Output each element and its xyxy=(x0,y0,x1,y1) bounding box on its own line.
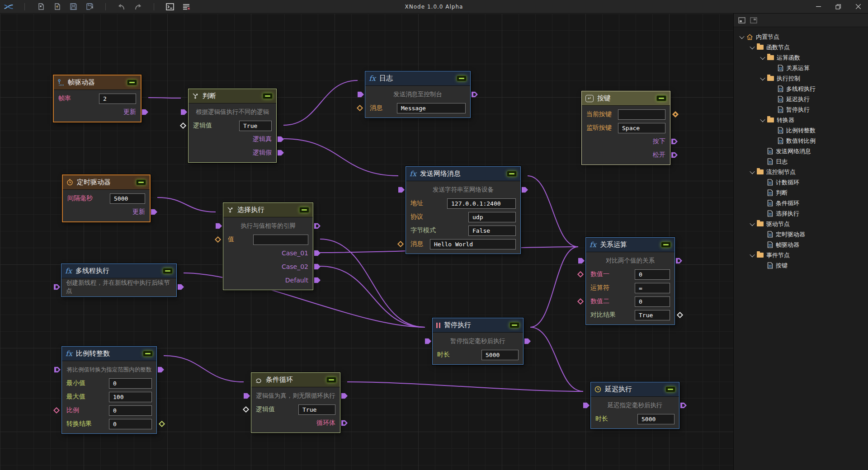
node-header[interactable]: ↵ 按键 xyxy=(582,91,670,106)
chevron-down-icon[interactable] xyxy=(750,252,755,257)
exec-in-port[interactable] xyxy=(244,393,250,399)
value-input[interactable] xyxy=(253,235,308,245)
exec-out-port[interactable] xyxy=(178,284,184,290)
exec-in-port[interactable] xyxy=(54,367,61,373)
tree-item-folder[interactable]: 流控制节点 xyxy=(734,167,868,177)
tree-item-node[interactable]: 条件循环 xyxy=(734,198,868,208)
number-in-port[interactable] xyxy=(577,298,584,305)
tree-item-node[interactable]: 帧驱动器 xyxy=(734,240,868,250)
result-output[interactable]: 0 xyxy=(109,419,152,429)
open-file-button[interactable] xyxy=(52,2,62,12)
node-header[interactable]: fx 关系运算 xyxy=(586,238,675,252)
message-input[interactable]: Message xyxy=(397,103,466,113)
exec-in-port[interactable] xyxy=(578,258,585,264)
tree-item-node[interactable]: 判断 xyxy=(734,188,868,198)
exec-out-true-port[interactable] xyxy=(278,136,284,142)
exec-out-port[interactable] xyxy=(522,187,528,193)
exec-out-case2-port[interactable] xyxy=(314,264,321,270)
node-header[interactable]: 定时驱动器 xyxy=(63,175,150,190)
console-button[interactable] xyxy=(165,2,175,12)
duration-input[interactable]: 5000 xyxy=(637,414,675,424)
save-button[interactable] xyxy=(68,2,78,12)
tree-item-folder[interactable]: 函数节点 xyxy=(734,42,868,52)
value-in-port[interactable] xyxy=(215,236,221,243)
bool-in-port[interactable] xyxy=(243,406,249,413)
string-in-port[interactable] xyxy=(357,105,363,111)
node-header[interactable]: fx 比例转整数 xyxy=(62,347,156,361)
node-header[interactable]: fx 发送网络消息 xyxy=(406,167,520,181)
collapse-button[interactable] xyxy=(263,93,273,99)
tree-item-node[interactable]: 定时驱动器 xyxy=(734,229,868,240)
exec-in-port[interactable] xyxy=(398,187,405,193)
current-key-input[interactable] xyxy=(618,109,665,120)
collapse-button[interactable] xyxy=(656,95,666,101)
chevron-down-icon[interactable] xyxy=(760,54,765,59)
byte-mode-input[interactable]: False xyxy=(468,226,516,236)
node-header[interactable]: 暂停执行 xyxy=(433,318,523,333)
tree-item-node[interactable]: 日志 xyxy=(734,156,868,167)
operator-input[interactable]: = xyxy=(635,283,670,293)
panel-toggle-icon[interactable] xyxy=(750,17,757,24)
exec-out-release-port[interactable] xyxy=(671,152,678,158)
collapse-button[interactable] xyxy=(299,207,309,213)
exec-in-port[interactable] xyxy=(216,223,222,229)
chevron-down-icon[interactable] xyxy=(750,221,755,226)
message-input[interactable]: Hello World xyxy=(430,239,516,249)
exec-out-port[interactable] xyxy=(158,367,164,373)
min-input[interactable]: 0 xyxy=(109,378,152,389)
tree-item-node[interactable]: 比例转整数 xyxy=(734,125,868,136)
chevron-down-icon[interactable] xyxy=(750,44,755,49)
tree-item-folder[interactable]: 运算函数 xyxy=(734,52,868,63)
minimize-button[interactable] xyxy=(808,0,828,14)
exec-out-port[interactable] xyxy=(472,92,478,98)
interval-input[interactable]: 5000 xyxy=(110,193,145,204)
tree-item-node[interactable]: 多线程执行 xyxy=(734,84,868,94)
clear-console-button[interactable] xyxy=(181,2,191,12)
tree-item-node[interactable]: 发送网络消息 xyxy=(734,146,868,156)
int-out-port[interactable] xyxy=(159,421,165,427)
address-input[interactable]: 127.0.0.1:2400 xyxy=(447,198,516,209)
exec-in-port[interactable] xyxy=(181,109,187,115)
tree-item-folder[interactable]: 事件节点 xyxy=(734,250,868,260)
string-out-port[interactable] xyxy=(672,111,679,118)
logic-value-input[interactable]: True xyxy=(239,121,272,131)
collapse-button[interactable] xyxy=(509,322,519,328)
exec-out-port[interactable] xyxy=(676,258,682,264)
exec-in-port[interactable] xyxy=(425,338,431,344)
tree-item-folder[interactable]: 驱动节点 xyxy=(734,219,868,229)
string-in-port[interactable] xyxy=(397,241,404,247)
collapse-button[interactable] xyxy=(665,386,675,392)
tree-item-node[interactable]: 关系运算 xyxy=(734,63,868,73)
collapse-button[interactable] xyxy=(661,242,671,248)
framerate-input[interactable]: 2 xyxy=(99,94,136,104)
exec-out-port[interactable] xyxy=(151,209,157,215)
tree-item-node[interactable]: 暂停执行 xyxy=(734,104,868,115)
panel-toggle-icon[interactable] xyxy=(738,17,745,24)
duration-input[interactable]: 5000 xyxy=(481,350,519,360)
node-header[interactable]: 延迟执行 xyxy=(591,382,679,397)
bool-out-port[interactable] xyxy=(677,312,683,318)
collapse-button[interactable] xyxy=(457,75,467,81)
tree-item-node[interactable]: 数值转比例 xyxy=(734,136,868,146)
tree-item-node[interactable]: 按键 xyxy=(734,260,868,271)
undo-button[interactable] xyxy=(117,2,127,12)
node-header[interactable]: fx 日志 xyxy=(365,71,470,86)
chevron-down-icon[interactable] xyxy=(750,169,755,174)
tree-item-node[interactable]: 选择执行 xyxy=(734,208,868,219)
exec-out-default-port[interactable] xyxy=(314,277,321,283)
exec-out-port[interactable] xyxy=(680,403,687,409)
node-header[interactable]: 判断 xyxy=(189,89,276,103)
exec-out-case1-port[interactable] xyxy=(314,250,321,256)
exec-out-port[interactable] xyxy=(524,338,531,344)
logic-value-input[interactable]: True xyxy=(298,404,335,415)
save-as-button[interactable] xyxy=(85,2,94,12)
node-header[interactable]: 选择执行 xyxy=(223,203,313,217)
exec-out-port[interactable] xyxy=(142,109,148,115)
chevron-down-icon[interactable] xyxy=(760,117,765,122)
exec-out-loop-body-port[interactable] xyxy=(341,420,348,426)
tree-item-builtin[interactable]: 内置节点 xyxy=(734,32,868,42)
collapse-button[interactable] xyxy=(326,377,336,383)
collapse-button[interactable] xyxy=(507,171,517,177)
exec-out-port[interactable] xyxy=(341,393,348,399)
result-output[interactable]: True xyxy=(635,310,670,320)
